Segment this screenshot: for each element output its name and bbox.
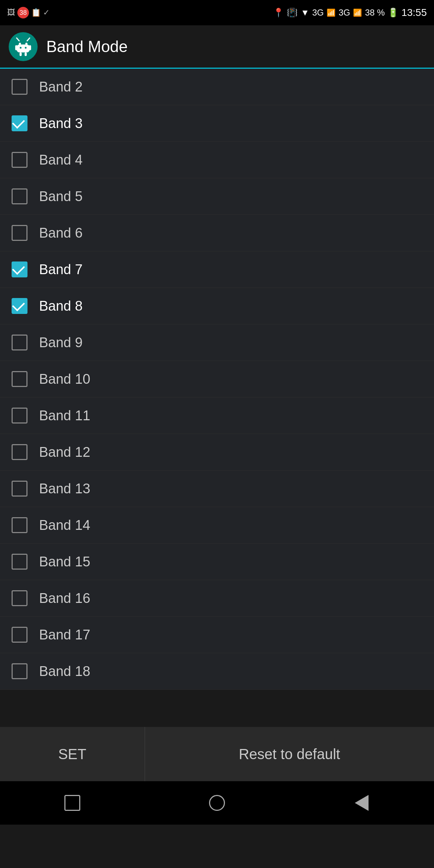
set-button[interactable]: SET — [0, 727, 145, 781]
band-label-12: Band 12 — [39, 444, 90, 460]
home-icon — [209, 795, 225, 811]
band-label-16: Band 16 — [39, 591, 90, 606]
band-label-10: Band 10 — [39, 371, 90, 387]
location-icon: 📍 — [273, 8, 284, 18]
checkbox-band-9[interactable] — [12, 335, 27, 350]
checkbox-band-8[interactable] — [12, 298, 27, 314]
band-label-15: Band 15 — [39, 554, 90, 570]
band-item-11[interactable]: Band 11 — [0, 397, 434, 434]
band-item-8[interactable]: Band 8 — [0, 288, 434, 324]
band-label-6: Band 6 — [39, 225, 82, 241]
main-content: Band Mode Band 2Band 3Band 4Band 5Band 6… — [0, 25, 434, 825]
checkbox-band-3[interactable] — [12, 115, 27, 131]
clipboard-icon: 📋 — [31, 8, 41, 17]
svg-line-8 — [27, 38, 30, 41]
wifi-icon: ▼ — [301, 8, 309, 18]
app-title: Band Mode — [46, 38, 128, 56]
band-list-container: Band 2Band 3Band 4Band 5Band 6Band 7Band… — [0, 69, 434, 727]
band-label-9: Band 9 — [39, 335, 82, 350]
band-item-2[interactable]: Band 2 — [0, 69, 434, 105]
checkbox-band-6[interactable] — [12, 225, 27, 241]
checkbox-band-11[interactable] — [12, 408, 27, 424]
battery-percent: 38 % — [365, 8, 385, 18]
band-label-17: Band 17 — [39, 627, 90, 643]
status-bar: 🖼 38 📋 ✓ 📍 📳 ▼ 3G 📶 3G 📶 38 % 🔋 13:55 — [0, 0, 434, 25]
band-item-3[interactable]: Band 3 — [0, 105, 434, 142]
photo-icon: 🖼 — [7, 8, 15, 17]
notification-icons: 🖼 38 📋 ✓ — [7, 7, 50, 18]
checkbox-band-16[interactable] — [12, 590, 27, 606]
band-label-14: Band 14 — [39, 518, 90, 533]
recent-apps-button[interactable] — [60, 790, 85, 816]
svg-point-10 — [25, 47, 27, 48]
badge-icon: 38 — [17, 7, 29, 18]
band-item-15[interactable]: Band 15 — [0, 544, 434, 580]
band-label-5: Band 5 — [39, 189, 82, 204]
band-label-18: Band 18 — [39, 664, 90, 679]
checkbox-band-14[interactable] — [12, 517, 27, 533]
signal-bars-2: 📶 — [353, 8, 362, 17]
band-list: Band 2Band 3Band 4Band 5Band 6Band 7Band… — [0, 69, 434, 690]
svg-rect-5 — [20, 52, 22, 56]
checkbox-band-12[interactable] — [12, 444, 27, 460]
band-item-13[interactable]: Band 13 — [0, 471, 434, 507]
checkbox-band-10[interactable] — [12, 371, 27, 387]
nav-bar — [0, 781, 434, 825]
band-label-13: Band 13 — [39, 481, 90, 497]
checkbox-band-18[interactable] — [12, 663, 27, 679]
svg-rect-6 — [25, 52, 27, 56]
svg-point-9 — [20, 47, 22, 48]
band-item-16[interactable]: Band 16 — [0, 580, 434, 617]
checkbox-band-2[interactable] — [12, 79, 27, 95]
svg-rect-3 — [15, 45, 17, 50]
svg-line-7 — [17, 38, 19, 41]
reset-to-default-button[interactable]: Reset to default — [145, 727, 434, 781]
band-item-10[interactable]: Band 10 — [0, 361, 434, 397]
status-bar-right: 📍 📳 ▼ 3G 📶 3G 📶 38 % 🔋 13:55 — [273, 7, 427, 18]
home-button[interactable] — [204, 790, 230, 816]
back-button[interactable] — [349, 790, 374, 816]
svg-rect-2 — [17, 44, 30, 52]
clock: 13:55 — [401, 7, 427, 18]
recent-apps-icon — [64, 795, 80, 811]
band-item-7[interactable]: Band 7 — [0, 251, 434, 288]
band-label-8: Band 8 — [39, 298, 82, 314]
checkbox-band-5[interactable] — [12, 188, 27, 204]
network-3g-2: 3G — [339, 8, 350, 18]
band-item-14[interactable]: Band 14 — [0, 507, 434, 544]
band-label-3: Band 3 — [39, 116, 82, 131]
bottom-bar: SET Reset to default — [0, 727, 434, 781]
battery-icon: 🔋 — [388, 8, 399, 18]
checkbox-band-17[interactable] — [12, 627, 27, 643]
band-item-4[interactable]: Band 4 — [0, 142, 434, 178]
checkbox-band-7[interactable] — [12, 261, 27, 277]
band-item-17[interactable]: Band 17 — [0, 617, 434, 653]
band-label-2: Band 2 — [39, 79, 82, 95]
check-icon: ✓ — [43, 8, 50, 17]
band-label-11: Band 11 — [39, 408, 90, 424]
app-header: Band Mode — [0, 25, 434, 69]
checkbox-band-13[interactable] — [12, 481, 27, 497]
checkbox-band-4[interactable] — [12, 152, 27, 168]
band-item-6[interactable]: Band 6 — [0, 215, 434, 251]
band-item-5[interactable]: Band 5 — [0, 178, 434, 215]
android-icon — [14, 37, 33, 56]
status-bar-left: 🖼 38 📋 ✓ — [7, 7, 50, 18]
app-icon — [9, 32, 38, 61]
band-label-4: Band 4 — [39, 152, 82, 168]
checkbox-band-15[interactable] — [12, 554, 27, 570]
band-label-7: Band 7 — [39, 262, 82, 277]
signal-bars-1: 📶 — [327, 8, 336, 17]
band-item-18[interactable]: Band 18 — [0, 653, 434, 690]
svg-rect-4 — [29, 45, 31, 50]
vibrate-icon: 📳 — [287, 8, 298, 18]
network-3g-1: 3G — [312, 8, 324, 18]
back-icon — [355, 795, 369, 811]
band-item-9[interactable]: Band 9 — [0, 324, 434, 361]
band-item-12[interactable]: Band 12 — [0, 434, 434, 471]
